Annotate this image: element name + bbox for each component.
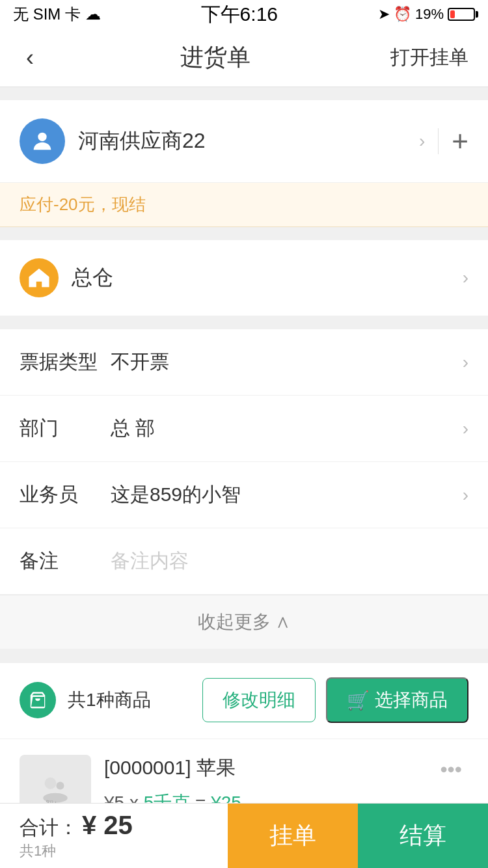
remark-row[interactable]: 备注 备注内容 — [0, 528, 488, 595]
product-title: 苹果 — [197, 757, 236, 778]
invoice-value: 不开票 — [111, 349, 463, 375]
collapse-button[interactable]: 收起更多 ∧ — [0, 595, 488, 649]
svg-point-1 — [45, 778, 57, 789]
divider-4 — [0, 649, 488, 662]
open-hang-button[interactable]: 打开挂单 — [390, 44, 468, 71]
select-product-icon: 🛒 — [347, 690, 370, 711]
warehouse-icon — [28, 267, 50, 289]
supplier-section: 河南供应商22 › + 应付-20元，现结 — [0, 100, 488, 227]
total-amount: ¥ 25 — [82, 811, 133, 840]
product-icon-wrap — [20, 682, 56, 718]
dept-row[interactable]: 部门 总 部 › — [0, 396, 488, 462]
warehouse-row[interactable]: 总仓 › — [0, 240, 488, 316]
invoice-label: 票据类型 — [20, 349, 111, 375]
total-section: 合计： ¥ 25 共1种 — [0, 804, 228, 868]
product-name: [0000001] 苹果 — [104, 755, 420, 781]
remark-input[interactable]: 备注内容 — [111, 548, 468, 575]
status-right: ➤ ⏰ 19% — [378, 6, 475, 23]
supplier-divider — [438, 128, 439, 154]
form-section: 票据类型 不开票 › 部门 总 部 › 业务员 这是859的小智 › 备注 备注… — [0, 329, 488, 649]
bottom-bar: 合计： ¥ 25 共1种 挂单 结算 — [0, 803, 488, 868]
divider-1 — [0, 87, 488, 100]
sales-arrow-icon: › — [463, 485, 468, 506]
total-label: 合计： — [20, 815, 78, 841]
svg-point-2 — [57, 782, 64, 790]
sales-value: 这是859的小智 — [111, 481, 463, 508]
add-supplier-button[interactable]: + — [452, 125, 468, 157]
page-title: 进货单 — [180, 42, 251, 74]
total-sub: 共1种 — [20, 841, 208, 861]
divider-3 — [0, 316, 488, 329]
product-header: 共1种商品 修改明细 🛒 选择商品 — [0, 663, 488, 737]
supplier-name: 河南供应商22 — [78, 127, 419, 156]
sales-row[interactable]: 业务员 这是859的小智 › — [0, 462, 488, 528]
product-count: 共1种商品 — [68, 688, 202, 712]
person-icon — [29, 128, 55, 154]
checkout-button[interactable]: 结算 — [358, 804, 488, 868]
total-main: 合计： ¥ 25 — [20, 811, 208, 841]
location-icon: ➤ — [378, 6, 390, 23]
supplier-avatar — [20, 118, 65, 164]
notice-bar: 应付-20元，现结 — [0, 183, 488, 227]
alarm-icon: ⏰ — [394, 6, 411, 23]
hang-button[interactable]: 挂单 — [228, 804, 358, 868]
battery-icon — [448, 8, 475, 21]
remark-label: 备注 — [20, 548, 111, 575]
product-code: [0000001] — [104, 757, 191, 778]
back-button[interactable]: ‹ — [20, 38, 40, 78]
svg-point-0 — [38, 133, 46, 141]
select-product-button[interactable]: 🛒 选择商品 — [326, 677, 468, 723]
battery-percent: 19% — [415, 6, 444, 23]
warehouse-icon-wrap — [20, 258, 59, 297]
divider-2 — [0, 227, 488, 240]
status-left: 无 SIM 卡 ☁ — [13, 4, 101, 25]
sim-indicator: 无 SIM 卡 ☁ — [13, 4, 101, 25]
supplier-row[interactable]: 河南供应商22 › + — [0, 100, 488, 183]
select-product-label: 选择商品 — [375, 688, 448, 712]
supplier-arrow-icon: › — [419, 131, 425, 152]
dept-arrow-icon: › — [463, 418, 468, 439]
nav-bar: ‹ 进货单 打开挂单 — [0, 29, 488, 87]
warehouse-arrow-icon: › — [463, 267, 468, 288]
warehouse-name: 总仓 — [72, 264, 463, 292]
shopping-bag-icon — [28, 690, 47, 710]
dept-label: 部门 — [20, 415, 111, 442]
invoice-arrow-icon: › — [463, 352, 468, 373]
product-more-button[interactable]: ••• — [433, 755, 468, 784]
invoice-row[interactable]: 票据类型 不开票 › — [0, 329, 488, 396]
status-time: 下午6:16 — [201, 1, 278, 28]
dept-value: 总 部 — [111, 415, 463, 442]
warehouse-section: 总仓 › — [0, 240, 488, 316]
status-bar: 无 SIM 卡 ☁ 下午6:16 ➤ ⏰ 19% — [0, 0, 488, 29]
sales-label: 业务员 — [20, 481, 111, 508]
edit-detail-button[interactable]: 修改明细 — [202, 678, 316, 722]
